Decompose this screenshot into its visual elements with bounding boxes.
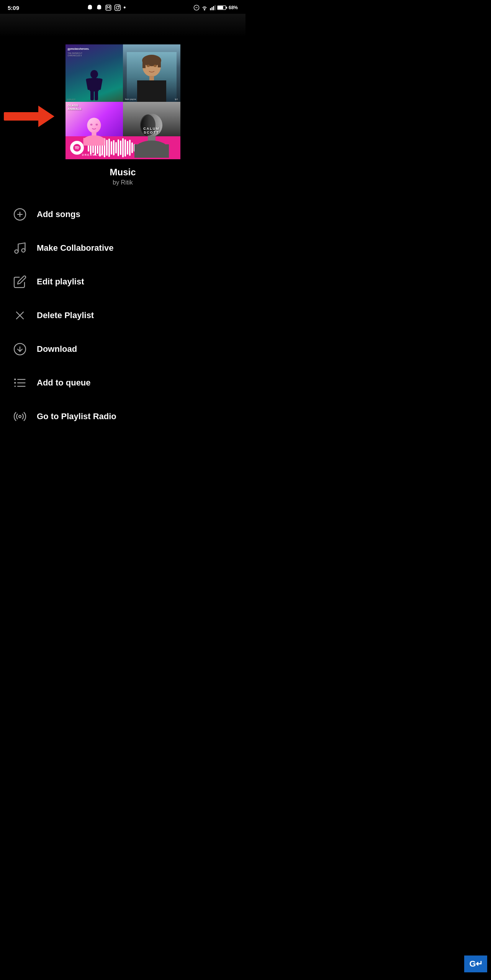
delete-playlist-icon <box>11 307 28 324</box>
svg-rect-18 <box>90 91 94 100</box>
calum-scott-svg <box>133 112 171 158</box>
snapchat-icon-2 <box>96 4 103 11</box>
svg-rect-33 <box>83 138 105 145</box>
svg-rect-25 <box>149 76 154 80</box>
status-time: 5:09 <box>8 5 19 11</box>
svg-point-46 <box>22 249 25 252</box>
playlist-artwork: gymclassheroes. THE PAPERCUTCHRONICLES I… <box>65 44 180 159</box>
svg-rect-12 <box>226 7 227 8</box>
playlist-info: Music by Ritik <box>0 159 246 190</box>
dnd-icon <box>193 5 200 11</box>
svg-rect-13 <box>218 6 223 10</box>
snapchat-icon-1 <box>87 4 93 11</box>
glass-animals-bust-svg <box>82 117 106 145</box>
svg-rect-27 <box>137 80 166 102</box>
svg-rect-9 <box>213 6 214 10</box>
svg-point-58 <box>19 415 21 418</box>
artwork-liam-payne: lp1 liam payne <box>123 44 180 102</box>
svg-point-54 <box>14 379 16 381</box>
menu-item-make-collaborative[interactable]: Make Collaborative <box>8 231 238 265</box>
dot-icon: • <box>123 4 126 12</box>
gcheroes-silhouette-svg <box>83 70 106 100</box>
spotify-icon <box>73 144 81 152</box>
radio-icon <box>11 408 28 425</box>
queue-icon <box>13 376 27 390</box>
x-icon <box>13 309 27 322</box>
go-to-radio-label: Go to Playlist Radio <box>37 412 116 421</box>
svg-rect-10 <box>214 5 216 10</box>
svg-rect-7 <box>210 8 211 10</box>
collaborative-icon <box>11 240 28 256</box>
top-gradient <box>0 14 246 37</box>
plus-circle-icon <box>13 207 27 221</box>
instagram-icon <box>114 4 121 11</box>
download-label: Download <box>37 344 77 354</box>
m-app-icon <box>105 4 112 11</box>
svg-rect-24 <box>158 60 161 67</box>
svg-point-35 <box>95 124 98 126</box>
radio-waves-icon <box>13 410 27 423</box>
make-collaborative-label: Make Collaborative <box>37 243 114 253</box>
liam-payne-svg <box>127 52 177 102</box>
svg-point-3 <box>119 6 120 7</box>
svg-point-45 <box>15 250 18 253</box>
svg-point-2 <box>116 6 119 9</box>
menu-item-edit-playlist[interactable]: Edit playlist <box>8 265 238 299</box>
edit-playlist-label: Edit playlist <box>37 277 84 287</box>
add-songs-icon <box>11 206 28 223</box>
svg-point-28 <box>147 65 150 67</box>
svg-point-55 <box>14 382 16 384</box>
menu-item-download[interactable]: Download <box>8 332 238 366</box>
wifi-icon <box>201 4 208 11</box>
svg-rect-19 <box>95 91 98 100</box>
menu-item-add-to-queue[interactable]: Add to queue <box>8 366 238 400</box>
svg-rect-1 <box>115 5 121 11</box>
svg-rect-37 <box>148 136 155 141</box>
edit-playlist-icon <box>11 273 28 290</box>
menu-item-delete-playlist[interactable]: Delete Playlist <box>8 299 238 332</box>
battery-icon <box>217 5 227 10</box>
playlist-author: by Ritik <box>0 179 246 186</box>
notification-icons: • <box>87 4 126 12</box>
delete-playlist-label: Delete Playlist <box>37 310 94 320</box>
playlist-artwork-container: gymclassheroes. THE PAPERCUTCHRONICLES I… <box>0 37 246 159</box>
battery-percent: 68% <box>229 5 238 10</box>
download-circle-icon <box>13 342 27 356</box>
status-bar: 5:09 • 68% <box>0 0 246 14</box>
status-icons: 68% <box>193 4 238 11</box>
svg-point-6 <box>204 9 205 10</box>
svg-point-30 <box>87 118 101 133</box>
arrow-pointer <box>4 106 54 127</box>
menu-item-add-songs[interactable]: Add songs <box>8 198 238 231</box>
add-songs-label: Add songs <box>37 209 80 219</box>
svg-point-29 <box>154 65 157 67</box>
svg-point-34 <box>90 124 92 126</box>
add-to-queue-label: Add to queue <box>37 378 91 388</box>
menu-list: Add songs Make Collaborative Edit playli… <box>0 198 246 433</box>
svg-point-14 <box>90 70 98 78</box>
svg-rect-39 <box>134 144 169 158</box>
playlist-name: Music <box>0 167 246 178</box>
signal-icon <box>209 5 216 11</box>
pencil-icon <box>13 275 27 289</box>
svg-rect-23 <box>142 60 146 68</box>
music-note-icon <box>13 241 27 255</box>
svg-rect-8 <box>211 7 213 10</box>
download-icon <box>11 341 28 358</box>
add-to-queue-icon <box>11 374 28 391</box>
menu-item-go-to-radio[interactable]: Go to Playlist Radio <box>8 400 238 433</box>
artwork-gym-class-heroes: gymclassheroes. THE PAPERCUTCHRONICLES I… <box>65 44 123 102</box>
spotify-logo-inner <box>73 144 81 152</box>
